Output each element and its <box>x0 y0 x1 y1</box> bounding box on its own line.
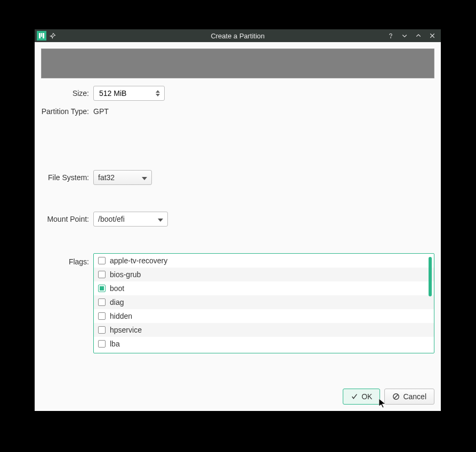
size-input[interactable] <box>98 88 154 98</box>
svg-point-0 <box>391 37 391 38</box>
file-system-value: fat32 <box>98 173 139 182</box>
flag-label: apple-tv-recovery <box>110 256 167 265</box>
partition-type-label: Partition Type: <box>41 107 93 116</box>
ok-button-label: OK <box>361 392 372 401</box>
app-icon <box>37 31 46 41</box>
flag-checkbox[interactable] <box>98 326 106 334</box>
file-system-combo[interactable]: fat32 <box>93 170 152 185</box>
size-label: Size: <box>41 89 93 98</box>
cancel-icon <box>392 393 400 400</box>
file-system-label: File System: <box>41 173 93 182</box>
size-spinner[interactable] <box>93 86 165 101</box>
flag-item[interactable]: boot <box>94 281 434 295</box>
flag-label: hidden <box>110 312 132 320</box>
flag-checkbox[interactable] <box>98 257 106 264</box>
flag-label: hpservice <box>110 326 142 334</box>
partition-preview <box>41 49 434 78</box>
cancel-button[interactable]: Cancel <box>384 389 434 405</box>
dialog-window: Create a Partition Size: <box>35 29 441 411</box>
mount-point-value: /boot/efi <box>98 215 155 223</box>
help-icon[interactable] <box>386 31 395 40</box>
flag-item[interactable]: bios-grub <box>94 268 434 281</box>
pin-icon[interactable] <box>50 33 56 39</box>
maximize-icon[interactable] <box>414 31 423 40</box>
flag-label: boot <box>110 284 124 293</box>
titlebar: Create a Partition <box>35 29 441 42</box>
scrollbar-thumb[interactable] <box>429 257 432 296</box>
flag-checkbox[interactable] <box>98 312 106 320</box>
ok-button[interactable]: OK <box>343 389 380 405</box>
flag-label: diag <box>110 298 124 306</box>
dialog-content: Size: Partition Type: GPT File System: f… <box>35 42 441 411</box>
chevron-down-icon <box>158 215 163 223</box>
flags-list[interactable]: apple-tv-recoverybios-grubbootdiaghidden… <box>93 253 434 353</box>
flag-label: bios-grub <box>110 270 141 279</box>
window-title: Create a Partition <box>35 32 441 40</box>
flag-label: lba <box>110 340 120 348</box>
minimize-icon[interactable] <box>400 31 409 40</box>
flag-item[interactable]: lba <box>94 337 434 351</box>
flag-item[interactable]: apple-tv-recovery <box>94 254 434 268</box>
flag-item[interactable]: hidden <box>94 309 434 323</box>
check-icon <box>351 393 358 400</box>
flag-checkbox[interactable] <box>98 271 106 278</box>
mount-point-combo[interactable]: /boot/efi <box>93 212 168 227</box>
flag-item[interactable]: hpservice <box>94 323 434 337</box>
flag-checkbox[interactable] <box>98 285 106 292</box>
flag-item[interactable]: diag <box>94 295 434 309</box>
close-icon[interactable] <box>428 31 437 40</box>
spin-down-icon[interactable] <box>156 94 160 96</box>
partition-type-value: GPT <box>93 105 109 118</box>
mount-point-label: Mount Point: <box>41 215 93 223</box>
flag-checkbox[interactable] <box>98 340 106 348</box>
chevron-down-icon <box>142 173 147 182</box>
cancel-button-label: Cancel <box>403 392 426 401</box>
flags-label: Flags: <box>41 253 93 266</box>
flag-checkbox[interactable] <box>98 298 106 306</box>
spin-up-icon[interactable] <box>156 90 160 93</box>
